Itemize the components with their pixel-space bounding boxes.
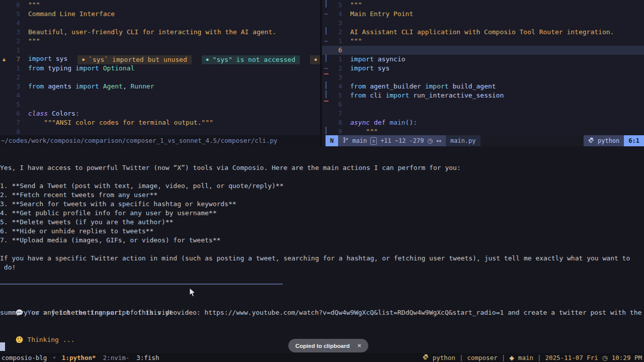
clock-icon: ◷: [602, 354, 608, 361]
tmux-window-list: 1:python*2:nvim-3:fish: [62, 354, 159, 361]
line-number: 1: [330, 37, 346, 46]
line-number: 2: [330, 64, 346, 73]
git-diamond-icon: ◆: [509, 354, 514, 361]
code-line: 3from agents import Agent, Runner: [0, 82, 320, 91]
toast-message: Copied to clipboard: [295, 343, 350, 349]
code-line: ~2import sys: [322, 64, 644, 73]
code-text: from agents import Agent, Runner: [24, 82, 154, 91]
code-line: 4: [0, 91, 320, 100]
git-add-sign: [322, 0, 330, 10]
git-change-sign: ~: [322, 37, 330, 46]
tmux-window-3fish[interactable]: 3:fish: [136, 354, 159, 361]
code-line: 1: [0, 46, 320, 55]
editor-pane-main[interactable]: 5"""~4Main Entry Point32AI Assistant CLI…: [320, 0, 644, 146]
line-number: 5: [8, 10, 24, 19]
code-line: 8async def main():: [322, 118, 644, 127]
line-number: 4: [330, 82, 346, 91]
code-line: 6""": [0, 1, 320, 10]
tmux-window-1python[interactable]: 1:python*: [62, 354, 96, 361]
line-number: 4: [330, 10, 346, 19]
line-number: 3: [8, 82, 24, 91]
vim-editor: 6"""5Command Line Interface43Beautiful, …: [0, 0, 644, 146]
git-delete-sign: [322, 100, 330, 109]
code-line: ▲7import sys●`sys` imported but unused●"…: [0, 55, 320, 64]
assistant-action-list: 1. **Send a Tweet (post with text, image…: [0, 182, 644, 245]
code-line: 2AI Assistant CLI application with Compo…: [322, 28, 644, 37]
tmux-session-name: composio-blg: [2, 354, 47, 361]
tmux-branch: main: [518, 354, 533, 361]
action-list-item: 4. **Get public profile info for any use…: [0, 209, 644, 218]
vim-mode-indicator: N: [326, 135, 338, 146]
mouse-cursor: [189, 288, 196, 299]
code-line: ~1""": [322, 37, 644, 46]
git-branch-name: main: [352, 137, 367, 144]
line-number: 4: [8, 19, 24, 28]
chat-separator: [0, 284, 283, 285]
code-line: 6: [322, 100, 644, 109]
code-line: 1import asyncio: [322, 55, 644, 64]
action-list-item: 2. **Fetch recent tweets from any user**: [0, 191, 644, 200]
code-text: Command Line Interface: [24, 10, 115, 19]
line-number: 6: [8, 109, 24, 118]
git-add-sign: [322, 81, 330, 92]
git-delete-sign: [322, 73, 330, 82]
code-text: """: [346, 1, 362, 10]
git-change-sign: ~: [322, 64, 330, 73]
git-changed-count: ~12: [395, 137, 406, 144]
line-number: 6: [330, 46, 346, 55]
code-line: 5Command Line Interface: [0, 10, 320, 19]
code-text: import sys●`sys` imported but unused●"sy…: [24, 54, 320, 64]
git-branch-icon: [343, 137, 349, 145]
git-removed-count: -279: [410, 137, 424, 144]
code-text: """ANSI color codes for terminal output.…: [24, 118, 213, 127]
code-text: Main Entry Point: [346, 10, 413, 19]
resize-icon: ↔: [436, 137, 441, 144]
line-number: 2: [8, 73, 24, 82]
code-line: 3: [322, 73, 644, 82]
assistant-outro-wrap: do!: [0, 263, 644, 272]
line-number: 1: [8, 64, 24, 73]
toast-close-icon[interactable]: ✕: [357, 343, 361, 348]
tmux-pipe: |: [459, 354, 463, 361]
editor-pane-cli[interactable]: 6"""5Command Line Interface43Beautiful, …: [0, 0, 320, 146]
thinking-label: Thinking ...: [27, 336, 74, 343]
line-number: 3: [330, 19, 346, 28]
action-list-item: 5. **Delete tweets (if you are the autho…: [0, 218, 644, 227]
user-message-wrap: summary or any interesting part of this …: [0, 308, 644, 317]
code-line: 6: [322, 46, 644, 55]
diagnostic-dot-icon: ●: [82, 55, 85, 64]
line-number: 1: [330, 55, 346, 64]
line-number: 5: [330, 1, 346, 10]
statusline-filename: main.py: [446, 135, 480, 146]
python-icon: [588, 137, 594, 145]
thinking-status-line: Thinking ...: [0, 326, 644, 335]
code-line: 7: [322, 109, 644, 118]
code-text: from agent_builder import build_agent: [346, 82, 496, 91]
clock-icon: ◷: [427, 137, 432, 144]
action-list-item: 1. **Send a Tweet (post with text, image…: [0, 182, 644, 191]
code-text: Beautiful, user-friendly CLI for interac…: [24, 28, 276, 37]
line-number: 7: [330, 109, 346, 118]
git-add-sign: [322, 90, 330, 101]
diagnostic-badge: ●"sys" is not accessed: [202, 55, 300, 64]
git-change-sign: ~: [322, 10, 330, 19]
code-line: 3: [322, 19, 644, 28]
line-number: 2: [8, 37, 24, 46]
diagnostic-dot-icon: ●: [206, 55, 209, 64]
code-line: 5: [0, 100, 320, 109]
diff-icon: ±: [370, 137, 377, 145]
code-text: import sys: [346, 64, 389, 73]
clipboard-toast: Copied to clipboard ✕: [288, 339, 368, 352]
python-icon: [423, 354, 429, 361]
terminal-cursor-block: [0, 342, 5, 351]
tmux-window-2nvim[interactable]: 2:nvim-: [103, 354, 130, 361]
tmux-left: composio-blg • 1:python*2:nvim-3:fish: [0, 354, 159, 361]
line-number: 1: [8, 46, 24, 55]
code-text: from cli import run_interactive_session: [346, 91, 504, 100]
tmux-status-bar: composio-blg • 1:python*2:nvim-3:fish py…: [0, 353, 644, 362]
tmux-separator-dot: •: [52, 354, 56, 361]
code-text: AI Assistant CLI application with Compos…: [346, 28, 614, 37]
tmux-right: python | composer | ◆ main | 2025-11-07 …: [423, 354, 644, 361]
statusline-filler: [480, 135, 584, 146]
assistant-intro-line: Yes, I have access to powerful Twitter (…: [0, 163, 644, 172]
